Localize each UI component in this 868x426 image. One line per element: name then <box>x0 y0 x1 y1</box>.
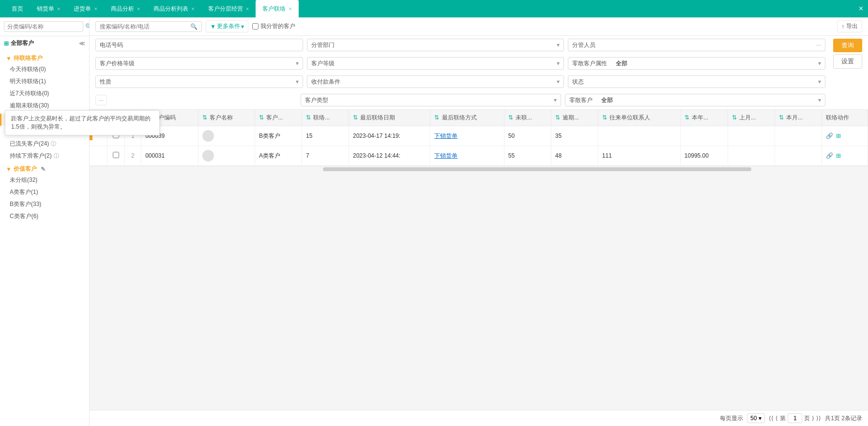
chevron-down-icon: ▾ <box>241 23 244 30</box>
page-number-input[interactable] <box>788 413 802 423</box>
more-filters-button[interactable]: ··· <box>95 95 107 105</box>
nav-home[interactable]: 首页 <box>5 0 30 17</box>
more-conditions-button[interactable]: ▼ 更多条件 ▾ <box>206 20 248 32</box>
sidebar-item-today[interactable]: 今天待联络(0) <box>0 63 89 75</box>
more-icon[interactable]: ··· <box>816 42 821 48</box>
sidebar-item-7days[interactable]: 近7天待联络(0) <box>0 88 89 100</box>
close-icon[interactable]: × <box>246 6 249 12</box>
table-header-overdue[interactable]: ⇅ 逾期... <box>551 110 598 126</box>
gender-filter[interactable]: 性质 ▾ <box>95 75 303 88</box>
sidebar-item-tomorrow[interactable]: 明天待联络(1) <box>0 75 89 88</box>
sidebar-search-input[interactable] <box>4 21 83 32</box>
search-icon[interactable]: 🔍 <box>190 23 198 30</box>
sidebar-all-customers[interactable]: ⊞ 全部客户 ≪ <box>0 36 89 50</box>
chevron-down-icon: ▾ <box>296 78 299 85</box>
table-header-this-year[interactable]: ⇅ 本年... <box>680 110 728 126</box>
filter-action-buttons: 查询 设置 <box>833 39 862 69</box>
row1-unit-contact <box>598 126 680 146</box>
row1-action-buttons: 🔗 ⊞ <box>826 132 864 139</box>
main-search-input[interactable] <box>100 23 190 30</box>
sort-icon: ⇅ <box>202 114 207 121</box>
last-page-button[interactable]: ⟩⟩ <box>816 415 821 422</box>
close-icon[interactable]: × <box>137 6 140 12</box>
price-level-filter[interactable]: 客户价格等级 ▾ <box>95 57 303 70</box>
table-header-last-contact-date[interactable]: ⇅ 最后联络日期 <box>349 110 430 126</box>
nav-product-analysis-list[interactable]: 商品分析列表 × <box>147 0 201 17</box>
dept-filter[interactable]: 分管部门 ▾ <box>307 39 564 51</box>
table-header-type[interactable]: ⇅ 客户... <box>255 110 302 126</box>
customer-type-filter[interactable]: 客户类型 ▾ <box>301 94 561 106</box>
chevron-down-icon: ▾ <box>554 97 557 103</box>
sidebar-item-ungroup[interactable]: 未分组(32) <box>0 174 89 186</box>
sidebar-item-declining[interactable]: 持续下滑客户(2) ⓘ <box>0 150 89 162</box>
row2-not-contacted: 55 <box>504 146 551 166</box>
table-header-not-contacted[interactable]: ⇅ 未联... <box>504 110 551 126</box>
next-page-button[interactable]: ⟩ <box>812 415 814 422</box>
chevron-down-icon: ▾ <box>557 78 560 85</box>
row2-checkbox[interactable] <box>107 146 124 166</box>
value-customers-section-title[interactable]: ▼ 价值客户 ✎ <box>0 162 89 174</box>
level-filter[interactable]: 客户等级 ▾ <box>307 57 564 70</box>
row2-select-checkbox[interactable] <box>113 152 119 158</box>
sort-icon: ⇅ <box>353 114 358 121</box>
first-page-button[interactable]: ⟨⟨ <box>769 415 774 422</box>
status-filter[interactable]: 状态 ▾ <box>568 75 825 88</box>
nav-purchase-order[interactable]: 进货单 × <box>67 0 104 17</box>
filter-row-3: 性质 ▾ 收付款条件 ▾ 状态 ▾ <box>95 75 825 88</box>
export-button[interactable]: ↑ 导出 <box>837 20 862 32</box>
row2-this-month <box>775 146 822 166</box>
row1-link-icon[interactable]: 🔗 <box>826 132 833 139</box>
phone-filter[interactable]: 电话号码 <box>95 39 303 51</box>
retail-customer-filter[interactable]: 零散客户 全部 ▾ <box>565 94 825 106</box>
table-header-contact[interactable]: ⇅ 联络... <box>302 110 349 126</box>
row2-num: 2 <box>124 146 141 166</box>
table-header-name[interactable]: ⇅ 客户名称 <box>198 110 255 126</box>
pending-section-title[interactable]: ▼ 待联络客户 <box>0 52 89 63</box>
sidebar-item-a-class[interactable]: A类客户(1) <box>0 186 89 198</box>
edit-icon[interactable]: ✎ <box>41 166 46 173</box>
sort-icon: ⇅ <box>259 114 264 121</box>
table-header-last-month[interactable]: ⇅ 上月... <box>728 110 775 126</box>
search-icon[interactable]: 🔍 <box>85 23 90 30</box>
per-page-select[interactable]: 50 ▾ <box>747 413 765 423</box>
horizontal-scrollbar[interactable] <box>90 166 868 172</box>
close-icon[interactable]: × <box>94 6 97 12</box>
nav-product-analysis[interactable]: 商品分析 × <box>104 0 147 17</box>
arrow-icon: ▼ <box>6 166 12 173</box>
collapse-icon[interactable]: ≪ <box>79 40 85 47</box>
my-customers-checkbox-area[interactable]: 我分管的客户 <box>252 22 295 30</box>
nav-customer-segment[interactable]: 客户分层经营 × <box>201 0 256 17</box>
query-button[interactable]: 查询 <box>833 39 862 52</box>
row2-more-icon[interactable]: ⊞ <box>836 152 841 159</box>
table-header-last-contact-method[interactable]: ⇅ 最后联络方式 <box>430 110 504 126</box>
table-header-this-month[interactable]: ⇅ 本月... <box>775 110 822 126</box>
nav-customer-contact[interactable]: 客户联络 × <box>256 0 298 17</box>
payment-filter[interactable]: 收付款条件 ▾ <box>307 75 564 88</box>
close-icon[interactable]: × <box>191 6 194 12</box>
nav-sales-order[interactable]: 销货单 × <box>30 0 67 17</box>
close-icon[interactable]: × <box>57 6 60 12</box>
content-area: 🔍 ▼ 更多条件 ▾ 我分管的客户 ↑ 导出 <box>90 17 868 426</box>
retail-attr-filter[interactable]: 零散客户属性 全部 ▾ <box>568 57 825 70</box>
sidebar-item-churned[interactable]: 已流失客户(24) ⓘ <box>0 138 89 150</box>
row2-actions: 🔗 ⊞ <box>822 146 868 166</box>
table-header-unit-contact[interactable]: ⇅ 往来单位联系人 <box>598 110 680 126</box>
sort-icon: ⇅ <box>508 114 513 121</box>
sidebar-item-b-class[interactable]: B类客户(33) <box>0 198 89 210</box>
row2-last-contact-method[interactable]: 下销货单 <box>430 146 504 166</box>
horizontal-scrollbar-thumb[interactable] <box>323 167 751 171</box>
sidebar-search-bar: 🔍 <box>0 17 89 36</box>
sidebar-item-c-class[interactable]: C类客户(6) <box>0 210 89 222</box>
close-window-button[interactable]: × <box>859 4 863 13</box>
row1-name <box>198 126 255 146</box>
table-container: ⚙ # ⇅ 客户编码 ⇅ 客户名称 <box>90 110 868 410</box>
my-customers-checkbox[interactable] <box>252 23 259 29</box>
prev-page-button[interactable]: ⟨ <box>776 415 778 422</box>
row1-more-icon[interactable]: ⊞ <box>836 132 841 139</box>
close-icon[interactable]: × <box>289 6 291 12</box>
row1-last-contact-method[interactable]: 下销货单 <box>430 126 504 146</box>
row2-link-icon[interactable]: 🔗 <box>826 152 833 159</box>
settings-button[interactable]: 设置 <box>833 54 862 69</box>
person-filter[interactable]: 分管人员 ··· <box>568 39 825 51</box>
main-layout: 🔍 ⊞ 全部客户 ≪ ▼ 待联络客户 今天待联络(0) 明天待联络(1) <box>0 17 868 426</box>
